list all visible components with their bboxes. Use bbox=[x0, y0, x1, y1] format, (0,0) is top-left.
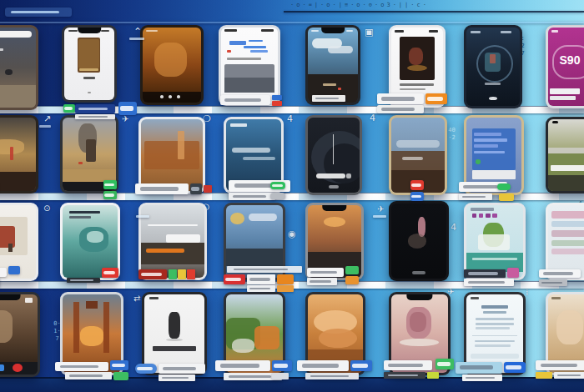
dot-row bbox=[479, 214, 483, 217]
phone-mockup[interactable] bbox=[546, 117, 584, 193]
phone-mockup[interactable] bbox=[138, 117, 205, 193]
label-badge bbox=[462, 374, 502, 381]
plate bbox=[400, 339, 440, 346]
screen-block bbox=[333, 134, 334, 164]
action-button[interactable] bbox=[178, 269, 186, 279]
action-button[interactable] bbox=[272, 95, 282, 100]
action-button[interactable] bbox=[169, 269, 177, 279]
action-button[interactable] bbox=[427, 372, 439, 379]
action-button[interactable] bbox=[204, 185, 212, 193]
action-button[interactable] bbox=[507, 268, 519, 278]
action-button[interactable] bbox=[425, 93, 447, 104]
phone-mockup[interactable] bbox=[389, 201, 449, 281]
action-button[interactable] bbox=[435, 359, 454, 369]
phone-mockup[interactable] bbox=[140, 25, 204, 105]
label-badge bbox=[247, 285, 275, 292]
screen-block bbox=[501, 31, 511, 33]
action-button[interactable] bbox=[410, 180, 424, 190]
screen-block bbox=[395, 30, 404, 33]
action-button[interactable] bbox=[138, 269, 167, 279]
screen-block bbox=[407, 65, 428, 71]
mist bbox=[396, 140, 439, 148]
action-button[interactable] bbox=[118, 102, 137, 115]
action-button[interactable] bbox=[499, 193, 514, 201]
garbled-text-bar bbox=[11, 11, 59, 14]
action-button[interactable] bbox=[110, 360, 128, 370]
home-indicator bbox=[412, 271, 425, 274]
phone-mockup[interactable]: S90 bbox=[546, 25, 584, 108]
phone-mockup[interactable] bbox=[464, 25, 522, 108]
screen-block bbox=[8, 244, 12, 253]
action-button[interactable] bbox=[103, 191, 117, 199]
screen-block bbox=[254, 326, 279, 349]
screen-block bbox=[410, 312, 426, 332]
action-dot bbox=[13, 364, 23, 373]
phone-mockup[interactable] bbox=[0, 25, 38, 110]
label-badge bbox=[220, 95, 270, 105]
action-button[interactable] bbox=[8, 266, 20, 274]
garbled-text-bar bbox=[137, 367, 153, 370]
phone-mockup[interactable] bbox=[0, 292, 40, 377]
phone-screen bbox=[144, 294, 204, 373]
plane-icon: ✈ bbox=[377, 204, 384, 214]
phone-screen bbox=[64, 28, 114, 100]
garbled-text-bar bbox=[411, 195, 421, 199]
action-button[interactable] bbox=[410, 192, 424, 201]
action-button[interactable] bbox=[113, 372, 128, 380]
screen-block bbox=[548, 175, 584, 191]
action-button[interactable] bbox=[224, 274, 245, 284]
action-button[interactable] bbox=[277, 285, 294, 292]
phone-screen bbox=[0, 118, 36, 191]
action-button[interactable] bbox=[345, 266, 359, 274]
action-button[interactable] bbox=[135, 364, 157, 374]
action-button[interactable] bbox=[350, 360, 372, 371]
screen-block bbox=[232, 339, 254, 353]
action-button[interactable] bbox=[270, 182, 285, 189]
screen-block bbox=[472, 258, 517, 260]
screen-block bbox=[474, 138, 507, 142]
label-badge bbox=[305, 373, 359, 379]
action-button[interactable] bbox=[497, 183, 511, 190]
cloud bbox=[249, 214, 277, 221]
screen-block bbox=[476, 327, 510, 329]
label-badge bbox=[215, 360, 270, 371]
action-button[interactable] bbox=[102, 268, 118, 278]
phone-mockup[interactable] bbox=[0, 115, 38, 193]
screen-block bbox=[483, 311, 506, 314]
label-badge bbox=[272, 373, 289, 379]
phone-screen bbox=[63, 205, 118, 278]
screen-block bbox=[261, 29, 274, 32]
action-button[interactable] bbox=[345, 276, 359, 284]
screen-block bbox=[25, 298, 33, 303]
action-button[interactable] bbox=[504, 362, 526, 373]
screen-block bbox=[0, 172, 36, 191]
garbled-text-bar bbox=[233, 195, 266, 198]
garbled-text-bar bbox=[141, 273, 161, 276]
action-button[interactable] bbox=[103, 180, 117, 189]
phone-mockup[interactable] bbox=[62, 25, 117, 103]
action-button[interactable] bbox=[536, 372, 552, 379]
action-button[interactable] bbox=[272, 360, 292, 371]
phone-mockup[interactable] bbox=[219, 25, 280, 106]
phone-mockup[interactable] bbox=[142, 292, 207, 375]
action-button[interactable] bbox=[270, 193, 285, 199]
action-button[interactable] bbox=[272, 101, 282, 106]
screen-block bbox=[346, 30, 353, 33]
phone-mockup[interactable] bbox=[305, 115, 362, 195]
label-badge bbox=[536, 360, 584, 370]
action-button[interactable] bbox=[187, 269, 195, 279]
action-button[interactable] bbox=[63, 104, 75, 113]
digit-column: 40·2 bbox=[448, 127, 456, 142]
phone-screen bbox=[0, 294, 38, 374]
action-button[interactable] bbox=[277, 274, 294, 284]
phone-notch bbox=[321, 28, 345, 33]
screen-block bbox=[178, 131, 184, 159]
phone-mockup[interactable] bbox=[305, 25, 360, 105]
screen-block bbox=[86, 139, 96, 161]
screen-block bbox=[227, 58, 261, 60]
label-badge bbox=[312, 95, 345, 102]
garbled-text-bar bbox=[543, 272, 573, 274]
cloud bbox=[328, 46, 353, 53]
label-badge bbox=[159, 364, 205, 374]
screen-block bbox=[78, 39, 99, 68]
